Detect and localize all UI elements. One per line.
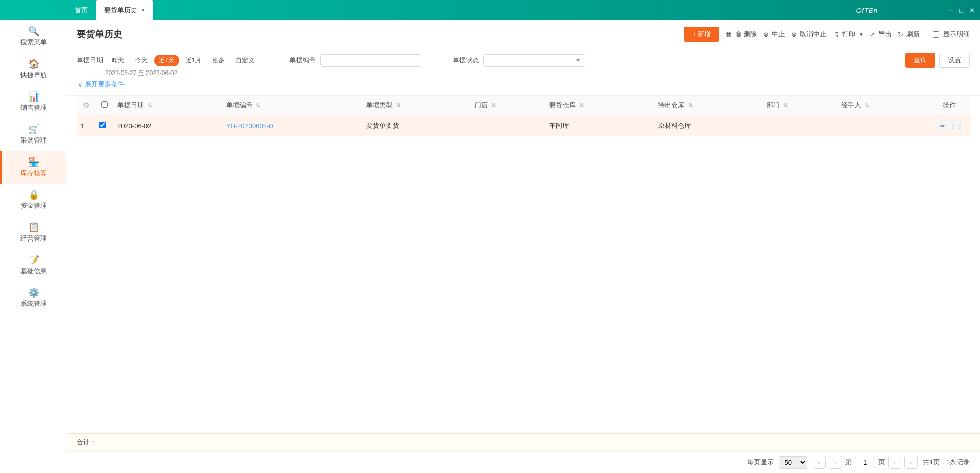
- doc-status-select[interactable]: [483, 54, 585, 67]
- page-header: 要货单历史 + 新增 🗑 🗑 删除 ⊗ 中止 ⊗ 取消中止 🖨 打印: [66, 20, 980, 46]
- print-button[interactable]: 🖨 打印 ▼: [832, 30, 864, 39]
- th-doc-type: 单据类型 ⇅: [362, 96, 471, 115]
- table-settings-icon[interactable]: ⚙: [83, 101, 89, 109]
- window-controls: ─ □ ✕: [948, 7, 975, 14]
- stop-button[interactable]: ⊗ 中止: [763, 30, 785, 39]
- refresh-button[interactable]: ↻ 刷新: [898, 30, 920, 39]
- delete-button[interactable]: 🗑 🗑 删除: [725, 30, 757, 39]
- sidebar-item-search-menu[interactable]: 🔍 搜索菜单: [0, 20, 66, 53]
- query-button[interactable]: 查询: [905, 53, 935, 68]
- sidebar-item-quick-nav[interactable]: 🏠 快捷导航: [0, 53, 66, 86]
- tab-requisition-history[interactable]: 要货单历史 ×: [96, 0, 153, 20]
- content-area: 要货单历史 + 新增 🗑 🗑 删除 ⊗ 中止 ⊗ 取消中止 🖨 打印: [66, 20, 980, 473]
- next-page-button[interactable]: ›: [888, 456, 901, 469]
- doc-no-link[interactable]: YH-20230602-0: [226, 122, 273, 130]
- quick-nav-icon: 🏠: [28, 59, 39, 68]
- date-btn-last1month[interactable]: 近1月: [181, 55, 206, 66]
- window-close-icon[interactable]: ✕: [969, 7, 975, 14]
- sort-icon[interactable]: ⇅: [783, 102, 788, 108]
- td-index: 1: [77, 115, 95, 136]
- sort-icon[interactable]: ⇅: [256, 102, 260, 108]
- prev-page-icon: ‹: [834, 459, 836, 466]
- search-menu-icon: 🔍: [28, 27, 39, 36]
- cancel-stop-icon: ⊗: [791, 31, 797, 38]
- toolbar-divider: [926, 30, 926, 38]
- pagination-nav: « ‹ 第 页 › »: [813, 456, 918, 469]
- select-all-checkbox[interactable]: [101, 101, 108, 108]
- sidebar-item-label: 经营管理: [20, 234, 47, 243]
- display-detail-input[interactable]: [933, 31, 939, 38]
- export-button[interactable]: ↗ 导出: [870, 30, 892, 39]
- sort-icon[interactable]: ⇅: [865, 102, 869, 108]
- prev-page-button[interactable]: ‹: [829, 456, 842, 469]
- close-tab-icon[interactable]: ×: [141, 7, 145, 14]
- date-btn-today[interactable]: 今天: [131, 55, 152, 66]
- last-page-button[interactable]: »: [904, 456, 918, 469]
- inventory-icon: 🏪: [28, 157, 39, 167]
- date-btn-more[interactable]: 更多: [208, 55, 229, 66]
- data-table: ⚙ 单据日期 ⇅ 单据编号 ⇅: [77, 96, 970, 136]
- next-page-icon: ›: [893, 459, 895, 466]
- display-detail-checkbox[interactable]: 显示明细: [933, 30, 970, 39]
- date-btn-last7days[interactable]: 近7天: [154, 55, 179, 66]
- page-input[interactable]: [855, 457, 875, 468]
- filter-area: 单据日期 昨天 今天 近7天 近1月 更多 自定义 单据编号: [66, 46, 980, 96]
- first-page-button[interactable]: «: [813, 456, 826, 469]
- window-minimize-icon[interactable]: ─: [948, 7, 953, 14]
- top-bar: 首页 要货单历史 × OfTEn ─ □ ✕: [0, 0, 980, 20]
- td-pending-warehouse: 原材料仓库: [654, 115, 763, 136]
- td-handler: [837, 115, 929, 136]
- td-store: [471, 115, 546, 136]
- row-more-button[interactable]: ⋮⋮: [950, 120, 963, 132]
- td-doc-date: 2023-06-02: [113, 115, 222, 136]
- new-button[interactable]: + 新增: [684, 27, 719, 42]
- sort-icon[interactable]: ⇅: [579, 102, 584, 108]
- date-btn-yesterday[interactable]: 昨天: [107, 55, 129, 66]
- sidebar-item-label: 快捷导航: [20, 70, 47, 80]
- sort-icon[interactable]: ⇅: [396, 102, 401, 108]
- edit-icon: ✏: [940, 122, 945, 130]
- sort-icon[interactable]: ⇅: [688, 102, 693, 108]
- settings-button[interactable]: 设置: [939, 53, 970, 68]
- sidebar-item-purchase-mgmt[interactable]: 🛒 采购管理: [0, 119, 66, 151]
- sidebar-item-sys-mgmt[interactable]: ⚙️ 系统管理: [0, 282, 66, 315]
- sidebar-item-inventory[interactable]: 🏪 库存核算: [0, 151, 66, 184]
- td-checkbox: [95, 115, 113, 136]
- filter-row-1: 单据日期 昨天 今天 近7天 近1月 更多 自定义 单据编号: [77, 53, 970, 68]
- sidebar-item-finance-mgmt[interactable]: 🔒 资金管理: [0, 184, 66, 217]
- filter-group-docdate: 单据日期 昨天 今天 近7天 近1月 更多 自定义: [77, 55, 259, 66]
- th-req-warehouse: 要货仓库 ⇅: [545, 96, 654, 115]
- date-btn-custom[interactable]: 自定义: [231, 55, 259, 66]
- sidebar-item-sales-mgmt[interactable]: 📊 销售管理: [0, 86, 66, 119]
- sort-icon[interactable]: ⇅: [148, 102, 152, 108]
- doc-date-label: 单据日期: [77, 56, 103, 65]
- td-doc-type: 要货单要货: [362, 115, 471, 136]
- th-doc-date: 单据日期 ⇅: [113, 96, 222, 115]
- cancel-stop-button[interactable]: ⊗ 取消中止: [791, 30, 826, 39]
- td-department: [763, 115, 838, 136]
- td-doc-no: YH-20230602-0: [222, 115, 362, 136]
- row-checkbox[interactable]: [99, 122, 106, 128]
- expand-more-button[interactable]: ∨ 展开更多条件: [77, 80, 970, 89]
- sidebar-item-base-info[interactable]: 📝 基础信息: [0, 249, 66, 282]
- table-wrapper: ⚙ 单据日期 ⇅ 单据编号 ⇅: [66, 96, 980, 433]
- sort-icon[interactable]: ⇅: [491, 102, 496, 108]
- window-maximize-icon[interactable]: □: [959, 7, 963, 14]
- th-store: 门店 ⇅: [471, 96, 546, 115]
- base-info-icon: 📝: [28, 255, 39, 265]
- sidebar-item-label: 销售管理: [20, 103, 47, 112]
- refresh-icon: ↻: [898, 31, 903, 38]
- more-icon: ⋮⋮: [950, 122, 963, 130]
- chevron-down-icon: ∨: [78, 81, 83, 88]
- page-size-select[interactable]: 20 50 100: [779, 456, 807, 469]
- table-header-row: ⚙ 单据日期 ⇅ 单据编号 ⇅: [77, 96, 970, 115]
- total-info: 共1页，1条记录: [923, 458, 970, 467]
- doc-no-input[interactable]: [320, 54, 422, 67]
- last-page-icon: »: [909, 459, 913, 466]
- th-checkbox: [95, 96, 113, 115]
- sidebar-item-ops-mgmt[interactable]: 📋 经营管理: [0, 217, 66, 249]
- row-edit-button[interactable]: ✏: [936, 120, 948, 132]
- sidebar-item-label: 采购管理: [20, 136, 47, 145]
- table-row[interactable]: 1 2023-06-02 YH-20230602-0 要货单要货 车间库 原材料…: [77, 115, 970, 136]
- tab-home[interactable]: 首页: [66, 0, 96, 20]
